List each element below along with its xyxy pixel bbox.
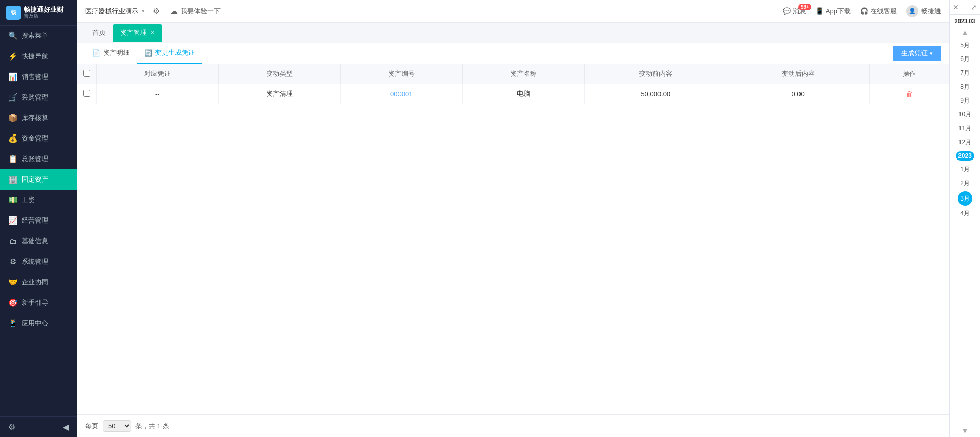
rp-month[interactable]: 12月 bbox=[950, 135, 980, 149]
customer-service-label: 在线客服 bbox=[870, 7, 897, 16]
subtab-asset-detail-label: 资产明细 bbox=[103, 48, 130, 57]
app-icon: 📱 bbox=[815, 7, 824, 15]
tab-home[interactable]: 首页 bbox=[85, 24, 113, 42]
rp-month[interactable]: 9月 bbox=[950, 94, 980, 108]
cell-changetype: 资产清理 bbox=[218, 84, 341, 104]
rp-month[interactable]: 6月 bbox=[950, 52, 980, 66]
message-icon: 💬 bbox=[783, 7, 791, 15]
sidebar-label-search: 搜索菜单 bbox=[22, 31, 48, 41]
rp-month[interactable]: 4月 bbox=[950, 207, 980, 221]
logo-icon: 畅 bbox=[6, 6, 21, 20]
th-afterchange: 变动后内容 bbox=[727, 64, 869, 84]
main-area: 医疗器械行业演示 ▾ ⚙ ☁ 我要体验一下 💬 消息 99+ 📱 App下载 🎧… bbox=[77, 0, 949, 437]
doc-icon: 📄 bbox=[92, 49, 101, 57]
sidebar-item-sysadmin[interactable]: ⚙系统管理 bbox=[0, 251, 77, 272]
subtab-asset-detail[interactable]: 📄 资产明细 bbox=[85, 43, 137, 64]
collapse-icon[interactable]: ◀ bbox=[63, 422, 69, 432]
company-name: 医疗器械行业演示 bbox=[85, 7, 138, 16]
row-checkbox-0[interactable] bbox=[83, 90, 90, 97]
sidebar-label-operations: 经营管理 bbox=[22, 216, 48, 225]
cell-voucher: -- bbox=[97, 84, 219, 104]
sidebar: 畅 畅捷通好业财 普及版 🔍搜索菜单⚡快捷导航📊销售管理🛒采购管理📦库存核算💰资… bbox=[0, 0, 77, 437]
rp-scroll-down[interactable]: ▼ bbox=[950, 425, 980, 437]
rp-close-icon[interactable]: ✕ bbox=[953, 3, 959, 11]
rp-month[interactable]: 2月 bbox=[950, 176, 980, 190]
per-page-select[interactable]: 102050100 bbox=[103, 420, 131, 432]
sidebar-label-purchase: 采购管理 bbox=[22, 93, 48, 102]
tab-label: 资产管理 bbox=[120, 28, 147, 37]
sidebar-item-quicknav[interactable]: ⚡快捷导航 bbox=[0, 46, 77, 67]
content-area: 📄 资产明细 🔄 变更生成凭证 生成凭证 ▾ bbox=[77, 43, 949, 437]
topbar: 医疗器械行业演示 ▾ ⚙ ☁ 我要体验一下 💬 消息 99+ 📱 App下载 🎧… bbox=[77, 0, 949, 23]
rp-month[interactable]: 5月 bbox=[950, 38, 980, 52]
select-all-checkbox[interactable] bbox=[83, 70, 90, 77]
sidebar-item-baseinfo[interactable]: 🗂基础信息 bbox=[0, 231, 77, 251]
subtab-actions: 生成凭证 ▾ bbox=[893, 46, 941, 61]
guide-icon: 🎯 bbox=[8, 298, 17, 307]
tab-asset-management[interactable]: 资产管理 ✕ bbox=[113, 24, 162, 42]
rp-month[interactable]: 11月 bbox=[950, 122, 980, 135]
sidebar-item-fixedassets[interactable]: 🏢固定资产 bbox=[0, 169, 77, 190]
rp-header: ✕ ⤢ bbox=[950, 0, 980, 15]
right-panel: ✕ ⤢ 2023.03 ▲ 5月6月7月8月9月10月11月12月20231月2… bbox=[949, 0, 980, 437]
th-changetype: 变动类型 bbox=[218, 64, 341, 84]
trial-button[interactable]: ☁ 我要体验一下 bbox=[170, 7, 221, 16]
sidebar-item-appcenter[interactable]: 📱应用中心 bbox=[0, 313, 77, 333]
subtab-change-voucher[interactable]: 🔄 变更生成凭证 bbox=[137, 43, 202, 64]
sidebar-item-enterprise[interactable]: 🤝企业协同 bbox=[0, 272, 77, 292]
rp-scroll-up[interactable]: ▲ bbox=[950, 26, 980, 38]
app-download-button[interactable]: 📱 App下载 bbox=[815, 7, 851, 16]
tab-close-icon[interactable]: ✕ bbox=[150, 29, 155, 36]
inventory-icon: 📦 bbox=[8, 113, 17, 123]
sidebar-item-sales[interactable]: 📊销售管理 bbox=[0, 67, 77, 87]
sidebar-bottom: ⚙ ◀ bbox=[0, 416, 77, 437]
avatar: 👤 bbox=[906, 5, 918, 17]
sidebar-label-sales: 销售管理 bbox=[22, 72, 48, 82]
subtab-change-voucher-label: 变更生成凭证 bbox=[155, 48, 195, 57]
sidebar-item-search[interactable]: 🔍搜索菜单 bbox=[0, 26, 77, 46]
sidebar-label-capital: 资金管理 bbox=[22, 134, 48, 143]
subtab-bar: 📄 资产明细 🔄 变更生成凭证 生成凭证 ▾ bbox=[77, 43, 949, 64]
row-checkbox-cell bbox=[77, 84, 97, 104]
enterprise-icon: 🤝 bbox=[8, 277, 17, 287]
salary-icon: 💵 bbox=[8, 195, 17, 205]
rp-year: 2023.03 bbox=[950, 15, 980, 26]
sidebar-item-guide[interactable]: 🎯新手引导 bbox=[0, 292, 77, 313]
sidebar-item-capital[interactable]: 💰资金管理 bbox=[0, 128, 77, 149]
rp-month[interactable]: 8月 bbox=[950, 80, 980, 94]
rp-expand-icon[interactable]: ⤢ bbox=[971, 3, 977, 11]
company-selector[interactable]: 医疗器械行业演示 ▾ bbox=[85, 7, 145, 16]
pagination: 每页 102050100 条，共 1 条 bbox=[77, 414, 949, 437]
rp-month[interactable]: 10月 bbox=[950, 108, 980, 122]
appcenter-icon: 📱 bbox=[8, 319, 17, 328]
settings-icon[interactable]: ⚙ bbox=[8, 422, 15, 432]
sysadmin-icon: ⚙ bbox=[8, 257, 17, 266]
quicknav-icon: ⚡ bbox=[8, 52, 17, 61]
refresh-icon: 🔄 bbox=[144, 49, 152, 57]
company-gear-icon[interactable]: ⚙ bbox=[153, 6, 160, 16]
sidebar-item-ledger[interactable]: 📋总账管理 bbox=[0, 149, 77, 169]
generate-label: 生成凭证 bbox=[901, 49, 928, 58]
rp-month[interactable]: 1月 bbox=[950, 163, 980, 176]
sidebar-item-salary[interactable]: 💵工资 bbox=[0, 190, 77, 210]
sidebar-item-operations[interactable]: 📈经营管理 bbox=[0, 210, 77, 231]
baseinfo-icon: 🗂 bbox=[8, 237, 17, 246]
delete-icon[interactable]: 🗑 bbox=[906, 90, 913, 98]
messages-button[interactable]: 💬 消息 99+ bbox=[783, 7, 806, 16]
sidebar-item-purchase[interactable]: 🛒采购管理 bbox=[0, 87, 77, 108]
rp-month[interactable]: 3月 bbox=[958, 191, 972, 206]
sidebar-label-sysadmin: 系统管理 bbox=[22, 257, 48, 266]
sidebar-item-inventory[interactable]: 📦库存核算 bbox=[0, 108, 77, 128]
rp-month[interactable]: 7月 bbox=[950, 66, 980, 80]
sidebar-label-inventory: 库存核算 bbox=[22, 113, 48, 123]
sidebar-label-guide: 新手引导 bbox=[22, 298, 48, 307]
user-menu[interactable]: 👤 畅捷通 bbox=[906, 5, 941, 17]
cloud-icon: ☁ bbox=[170, 7, 178, 16]
th-assetcode: 资产编号 bbox=[341, 64, 463, 84]
generate-voucher-button[interactable]: 生成凭证 ▾ bbox=[893, 46, 941, 61]
sales-icon: 📊 bbox=[8, 72, 17, 82]
rp-year-badge[interactable]: 2023 bbox=[956, 151, 974, 161]
th-beforechange: 变动前内容 bbox=[584, 64, 727, 84]
trial-label: 我要体验一下 bbox=[181, 7, 221, 16]
customer-service-button[interactable]: 🎧 在线客服 bbox=[860, 7, 897, 16]
